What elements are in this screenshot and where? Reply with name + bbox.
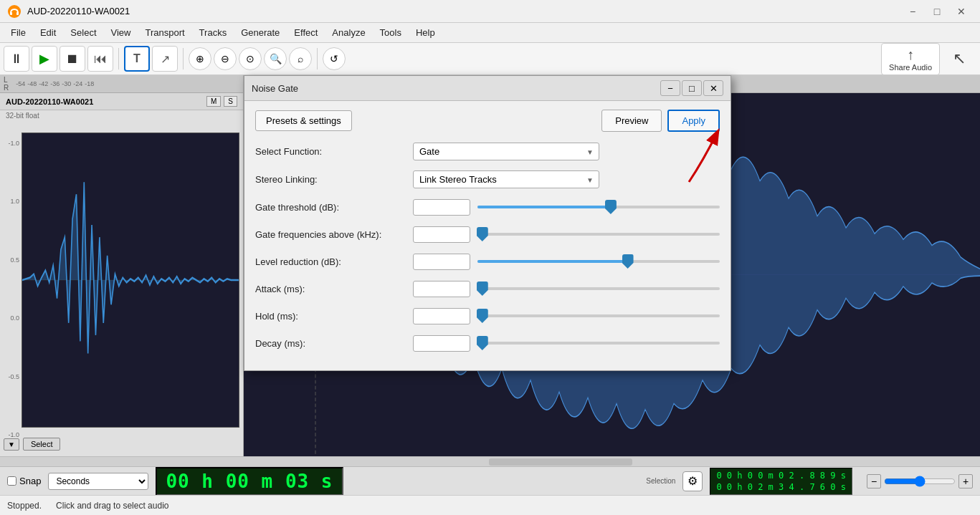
dialog-win-controls: − □ ✕ xyxy=(660,80,723,96)
titlebar: AUD-20220110-WA0021 − □ ✕ xyxy=(0,0,980,23)
tool-text-button[interactable]: T xyxy=(124,46,150,72)
gate-threshold-input[interactable]: -40.00 xyxy=(413,199,470,216)
select-function-label: Select Function: xyxy=(255,146,413,157)
gate-freq-slider-area xyxy=(477,226,720,243)
db-42: -42 xyxy=(39,80,48,87)
scrollbar-thumb[interactable] xyxy=(489,458,632,466)
hold-thumb[interactable] xyxy=(477,309,488,323)
zoom-fit-button[interactable]: ⊙ xyxy=(239,47,262,70)
zoom-in-btn[interactable]: + xyxy=(958,474,973,488)
zoom-wave-button[interactable]: ⌕ xyxy=(289,47,312,70)
stop-button[interactable]: ⏹ xyxy=(60,46,85,72)
menu-help[interactable]: Help xyxy=(409,25,442,40)
dialog-title: Noise Gate xyxy=(252,83,298,94)
gate-freq-thumb[interactable] xyxy=(477,227,488,241)
gate-threshold-track xyxy=(477,206,720,208)
dialog-minimize-button[interactable]: − xyxy=(660,80,680,96)
menu-file[interactable]: File xyxy=(4,25,33,40)
gate-freq-value: 0.00 xyxy=(413,226,477,243)
toolbar-divider-2 xyxy=(183,48,184,69)
cursor-icon: ↖ xyxy=(942,49,976,68)
svg-rect-1 xyxy=(10,12,12,15)
menu-transport[interactable]: Transport xyxy=(138,25,191,40)
param-hold: Hold (ms): 50.0 xyxy=(255,307,720,324)
scale-0: 0.0 xyxy=(0,314,22,322)
play-button[interactable]: ▶ xyxy=(32,46,57,72)
decay-label: Decay (ms): xyxy=(255,338,413,349)
level-reduction-input[interactable]: -24.0 xyxy=(413,254,470,270)
window-controls: − □ ✕ xyxy=(901,4,973,19)
selection-settings-button[interactable]: ⚙ xyxy=(682,471,703,491)
decay-track xyxy=(477,342,720,345)
level-reduction-label: Level reduction (dB): xyxy=(255,256,413,267)
app-icon xyxy=(7,4,22,19)
decay-thumb[interactable] xyxy=(477,336,488,350)
menu-generate[interactable]: Generate xyxy=(234,25,287,40)
selection-area: Selection xyxy=(646,477,675,486)
db-48: -48 xyxy=(27,80,37,87)
db-scale: -54 -48 -42 -36 -30 -24 -18 xyxy=(16,80,94,87)
snap-checkbox[interactable] xyxy=(7,476,16,486)
preview-button[interactable]: Preview xyxy=(601,110,662,132)
zoom-out-btn[interactable]: − xyxy=(867,474,881,488)
hold-value: 50.0 xyxy=(413,308,477,324)
gate-freq-input[interactable]: 0.00 xyxy=(413,226,470,243)
snap-control[interactable]: Snap xyxy=(7,476,41,486)
horizontal-scrollbar[interactable] xyxy=(0,456,980,466)
level-reduction-fill xyxy=(477,260,628,263)
lr-label: LR xyxy=(4,76,9,92)
hold-label: Hold (ms): xyxy=(255,311,413,322)
zoom-in-button[interactable]: ⊕ xyxy=(189,47,211,70)
stereo-linking-dropdown[interactable]: Link Stereo Tracks Don't Link Stereo Tra… xyxy=(413,170,599,188)
menu-view[interactable]: View xyxy=(104,25,138,40)
menu-select[interactable]: Select xyxy=(63,25,103,40)
hold-input[interactable]: 50.0 xyxy=(413,308,470,324)
selection-val1: 0 0 h 0 0 m 0 2 . 8 8 9 s xyxy=(716,471,846,481)
maximize-button[interactable]: □ xyxy=(926,4,948,19)
pause-button[interactable]: ⏸ xyxy=(4,46,29,72)
toolbar-divider-1 xyxy=(118,48,119,69)
zoom-slider[interactable] xyxy=(884,476,956,487)
gate-freq-label: Gate frequencies above (kHz): xyxy=(255,229,413,240)
menu-tracks[interactable]: Tracks xyxy=(192,25,234,40)
gate-threshold-value: -40.00 xyxy=(413,199,477,216)
bottombar: Snap Seconds 00 h 00 m 03 s Selection ⚙ … xyxy=(0,466,980,495)
select-button[interactable]: Select xyxy=(23,438,61,451)
presets-settings-button[interactable]: Presets & settings xyxy=(255,110,352,131)
gate-threshold-label: Gate threshold (dB): xyxy=(255,202,413,213)
dialog-close-button[interactable]: ✕ xyxy=(703,80,723,96)
level-reduction-thumb[interactable] xyxy=(622,254,634,269)
select-function-dropdown[interactable]: Gate Ducking xyxy=(413,143,599,160)
param-level-reduction: Level reduction (dB): -24.0 xyxy=(255,253,720,270)
skip-back-button[interactable]: ⏮ xyxy=(87,46,113,72)
stereo-linking-label: Stereo Linking: xyxy=(255,174,413,185)
decay-input[interactable]: 100.0 xyxy=(413,335,470,352)
tool-select-button[interactable]: ↗ xyxy=(152,46,178,72)
zoom-select-button[interactable]: 🔍 xyxy=(264,47,287,70)
dialog-content: Presets & settings Preview Apply Select … xyxy=(244,101,731,370)
svg-rect-2 xyxy=(16,12,19,15)
param-stereo-linking: Stereo Linking: Link Stereo Tracks Don't… xyxy=(255,170,720,188)
undo-button[interactable]: ↺ xyxy=(323,47,346,70)
menu-effect[interactable]: Effect xyxy=(287,25,325,40)
window-title: AUD-20220110-WA0021 xyxy=(27,6,130,16)
apply-button[interactable]: Apply xyxy=(667,110,720,132)
dialog-titlebar: Noise Gate − □ ✕ xyxy=(244,76,731,101)
mute-button[interactable]: M xyxy=(206,96,221,107)
share-audio-button[interactable]: ↑ Share Audio xyxy=(881,43,940,75)
seconds-select[interactable]: Seconds xyxy=(48,473,148,490)
menu-edit[interactable]: Edit xyxy=(33,25,63,40)
gate-threshold-thumb[interactable] xyxy=(605,200,617,214)
track-bottom-controls: ▼ Select xyxy=(4,438,60,451)
attack-thumb[interactable] xyxy=(477,281,488,296)
scale-10: 1.0 xyxy=(0,198,22,205)
solo-button[interactable]: S xyxy=(224,96,237,107)
zoom-out-button[interactable]: ⊖ xyxy=(214,47,237,70)
menu-analyze[interactable]: Analyze xyxy=(325,25,372,40)
attack-input[interactable]: 10.0 xyxy=(413,281,470,297)
track-collapse-button[interactable]: ▼ xyxy=(4,438,19,451)
menu-tools[interactable]: Tools xyxy=(373,25,409,40)
minimize-button[interactable]: − xyxy=(901,4,924,19)
close-button[interactable]: ✕ xyxy=(950,4,973,19)
dialog-maximize-button[interactable]: □ xyxy=(682,80,702,96)
